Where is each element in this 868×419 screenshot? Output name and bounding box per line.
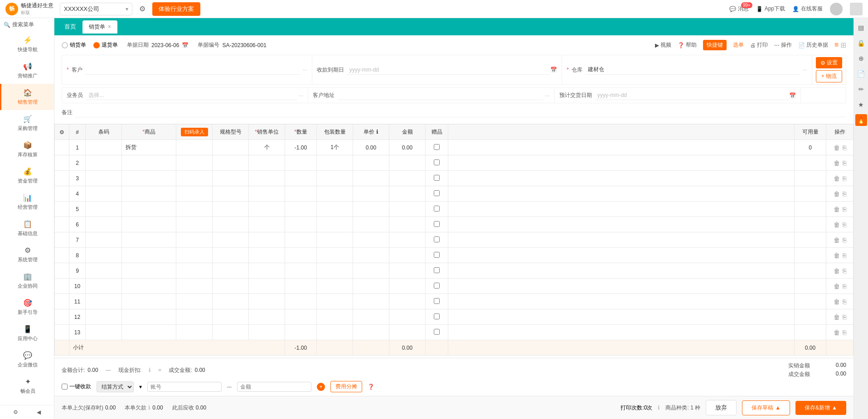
account-input[interactable] <box>147 382 222 392</box>
info-icon-summary[interactable]: ℹ <box>149 367 151 373</box>
row-product[interactable] <box>122 232 176 248</box>
delete-icon[interactable]: 🗑 <box>834 221 840 228</box>
sidebar-item-guide[interactable]: 🎯 新手引导 <box>0 294 54 320</box>
row-barcode[interactable] <box>86 155 122 171</box>
fee-info-icon[interactable]: ❓ <box>368 384 374 390</box>
right-panel-icon-3[interactable]: ⊕ <box>855 53 867 64</box>
address-dots-icon[interactable]: ··· <box>545 92 550 99</box>
row-remark[interactable] <box>448 140 795 155</box>
row-amount[interactable] <box>389 279 426 294</box>
row-product[interactable] <box>122 186 176 202</box>
expected-date-input[interactable] <box>595 91 789 100</box>
row-barcode[interactable] <box>86 294 122 309</box>
history-button[interactable]: 📄 历史单据 <box>798 41 828 49</box>
row-gift[interactable] <box>426 309 448 325</box>
customer-dots-icon[interactable]: ··· <box>303 67 307 73</box>
row-gift[interactable] <box>426 294 448 309</box>
row-barcode[interactable] <box>86 232 122 248</box>
payment-method-select[interactable]: 结算方式 <box>97 381 134 392</box>
sidebar-item-inventory[interactable]: 📦 库存核算 <box>0 136 54 163</box>
row-amount[interactable] <box>389 294 426 309</box>
row-pkg-qty[interactable] <box>317 325 353 340</box>
user-dropdown[interactable] <box>850 3 863 15</box>
row-pkg-qty[interactable]: 1个 <box>317 140 353 155</box>
row-qty[interactable] <box>285 202 317 217</box>
row-remark[interactable] <box>448 294 795 309</box>
add-payment-button[interactable]: + <box>317 383 325 391</box>
delete-icon[interactable]: 🗑 <box>834 298 840 305</box>
row-remark[interactable] <box>448 202 795 217</box>
row-amount[interactable] <box>389 186 426 202</box>
settings-button[interactable]: ⚙ 设置 <box>816 57 842 68</box>
row-remark[interactable] <box>448 232 795 248</box>
row-spec[interactable] <box>213 217 249 232</box>
row-qty[interactable] <box>285 217 317 232</box>
copy-icon[interactable]: ⎘ <box>843 267 846 275</box>
collapse-icon[interactable]: ◀ <box>37 409 41 415</box>
row-price[interactable] <box>353 294 389 309</box>
row-price[interactable] <box>353 232 389 248</box>
row-gift[interactable] <box>426 202 448 217</box>
one-click-checkbox[interactable] <box>62 384 68 390</box>
sidebar-item-sales[interactable]: 🏠 销售管理 <box>0 84 54 110</box>
row-spec[interactable] <box>213 309 249 325</box>
row-remark[interactable] <box>448 309 795 325</box>
row-gift[interactable] <box>426 217 448 232</box>
operation-button[interactable]: ⋯ 操作 <box>774 41 792 49</box>
copy-icon[interactable]: ⎘ <box>843 283 846 290</box>
row-price[interactable] <box>353 202 389 217</box>
row-spec[interactable] <box>213 155 249 171</box>
row-unit[interactable] <box>249 248 285 263</box>
row-spec[interactable] <box>213 202 249 217</box>
row-amount[interactable] <box>389 155 426 171</box>
row-price[interactable] <box>353 325 389 340</box>
copy-icon[interactable]: ⎘ <box>843 221 846 228</box>
customer-address-input[interactable] <box>337 91 543 100</box>
row-spec[interactable] <box>213 140 249 155</box>
row-remark[interactable] <box>448 217 795 232</box>
row-unit[interactable] <box>249 325 285 340</box>
row-spec[interactable] <box>213 279 249 294</box>
row-qty[interactable] <box>285 263 317 279</box>
row-pkg-qty[interactable] <box>317 309 353 325</box>
delete-icon[interactable]: 🗑 <box>834 236 840 244</box>
online-service-button[interactable]: 👤 在线客服 <box>792 5 823 13</box>
row-qty[interactable] <box>285 248 317 263</box>
fee-split-button[interactable]: 费用分摊 <box>330 381 362 392</box>
row-gift[interactable] <box>426 140 448 155</box>
row-product[interactable] <box>122 155 176 171</box>
discard-button[interactable]: 放弃 <box>706 400 737 415</box>
right-panel-icon-4[interactable]: 📄 <box>855 68 867 80</box>
settings-gear-icon[interactable]: ⚙ <box>136 3 149 15</box>
row-amount[interactable] <box>389 202 426 217</box>
row-barcode[interactable] <box>86 202 122 217</box>
row-product[interactable] <box>122 309 176 325</box>
sidebar-item-appstore[interactable]: 📱 应用中心 <box>0 320 54 347</box>
row-barcode[interactable] <box>86 279 122 294</box>
row-barcode[interactable] <box>86 186 122 202</box>
row-unit[interactable] <box>249 279 285 294</box>
row-amount[interactable] <box>389 171 426 186</box>
row-product[interactable] <box>122 294 176 309</box>
row-product[interactable]: 拆货 <box>122 140 176 155</box>
row-price[interactable]: 0.00 <box>353 140 389 155</box>
row-spec[interactable] <box>213 171 249 186</box>
row-amount[interactable] <box>389 325 426 340</box>
sidebar-item-enterprise[interactable]: 🏢 企业协同 <box>0 268 54 294</box>
sidebar-item-system[interactable]: ⚙ 系统管理 <box>0 241 54 268</box>
row-price[interactable] <box>353 155 389 171</box>
row-product[interactable] <box>122 171 176 186</box>
copy-icon[interactable]: ⎘ <box>843 298 846 305</box>
row-spec[interactable] <box>213 263 249 279</box>
row-barcode[interactable] <box>86 309 122 325</box>
th-scan[interactable]: 扫码录入 <box>176 125 213 140</box>
row-spec[interactable] <box>213 294 249 309</box>
row-remark[interactable] <box>448 263 795 279</box>
row-spec[interactable] <box>213 325 249 340</box>
save-new-button[interactable]: 保存&新增 ▲ <box>795 401 846 415</box>
row-qty[interactable] <box>285 232 317 248</box>
delete-icon[interactable]: 🗑 <box>834 267 840 275</box>
row-product[interactable] <box>122 263 176 279</box>
payment-due-input[interactable] <box>347 65 551 75</box>
row-qty[interactable] <box>285 279 317 294</box>
